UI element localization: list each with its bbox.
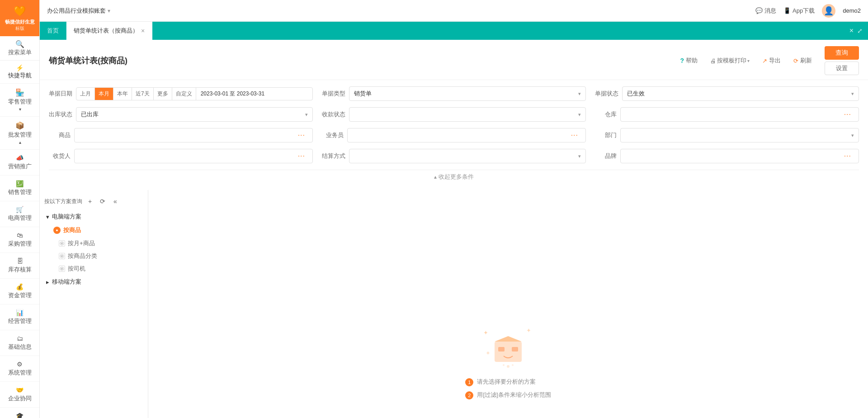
logo[interactable]: 🧡 畅捷信好生意 标版 [0, 0, 39, 36]
sidebar-quick-nav[interactable]: ⚡ 快捷导航 [0, 61, 39, 84]
doc-status-label: 单据状态 [595, 90, 622, 98]
subitem-label-2: 按商品分类 [68, 252, 97, 260]
collapse-bar[interactable]: ▴ 收起更多条件 [49, 170, 859, 184]
tab-home-label: 首页 [47, 27, 59, 35]
message-action[interactable]: 💬 消息 [755, 7, 776, 15]
panel-subitem-by-month-goods[interactable]: ㊙ 按月+商品 [44, 237, 143, 250]
date-range-value: 2023-03-01 至 2023-03-31 [196, 88, 312, 100]
panel-add-btn[interactable]: + [85, 196, 95, 206]
avatar-initial: 👤 [824, 6, 834, 16]
svg-text:✦: ✦ [486, 350, 491, 356]
date-tab-thisyear[interactable]: 本年 [113, 88, 132, 100]
settings-button[interactable]: 设置 [825, 62, 859, 75]
pc-section-header[interactable]: ▾ 电脑端方案 [44, 210, 143, 223]
sidebar-item-operations[interactable]: 📊 经营管理 [0, 304, 39, 330]
mobile-section-header[interactable]: ▸ 移动端方案 [44, 275, 143, 289]
export-icon: ↗ [762, 57, 767, 64]
svg-point-7 [507, 365, 509, 368]
filter-date: 单据日期 上月 本月 本年 近7天 更多 自定义 2023-03-01 至 20… [49, 87, 313, 100]
marketing-label: 营销推广 [8, 162, 32, 171]
tab-home[interactable]: 首页 [40, 22, 66, 40]
refresh-label: 刷新 [800, 57, 812, 65]
close-tab-action[interactable]: × [849, 27, 854, 35]
panel-subitem-by-sku[interactable]: ㊙ 按司机 [44, 262, 143, 275]
account-dropdown-arrow: ▾ [108, 8, 110, 14]
date-tab-lastmonth[interactable]: 上月 [76, 88, 95, 100]
empty-svg: ✦ ✦ ✦ [481, 323, 535, 369]
panel-refresh-btn[interactable]: ⟳ [98, 196, 108, 206]
sidebar-item-wholesale[interactable]: 📦 批发管理 ▴ [0, 117, 39, 150]
app-download-action[interactable]: 📱 App下载 [783, 7, 815, 15]
brand-dots[interactable]: ··· [841, 152, 854, 160]
sales-icon: 💹 [16, 180, 24, 187]
goods-control[interactable]: ··· [74, 128, 313, 142]
filter-doc-type: 单据类型 销货单 ▾ [322, 86, 586, 101]
date-tab-7days[interactable]: 近7天 [132, 88, 154, 100]
template-print-button[interactable]: 🖨 按模板打印 ▾ [707, 55, 753, 66]
sidebar-item-base[interactable]: 🗂 基础信息 [0, 330, 39, 356]
receiver-dots[interactable]: ··· [295, 152, 308, 160]
page-container: 销货单统计表(按商品) ? 帮助 🖨 按模板打印 ▾ ↗ 导出 [40, 40, 868, 418]
dept-control[interactable]: ▾ [620, 128, 859, 142]
salesman-dots[interactable]: ··· [568, 131, 581, 139]
payment-status-control[interactable]: ▾ [349, 107, 586, 122]
filter-goods: 商品 ··· [49, 128, 313, 142]
pc-section-arrow: ▾ [46, 214, 49, 220]
panel-subitem-by-goods-category[interactable]: ㊙ 按商品分类 [44, 250, 143, 262]
sidebar-item-newbie[interactable]: 🎓 新手引导 [0, 408, 39, 418]
sidebar-item-retail[interactable]: 🏪 零售管理 ▾ [0, 84, 39, 117]
date-tab-thismonth[interactable]: 本月 [95, 88, 113, 100]
sidebar-item-marketing[interactable]: 📣 营销推广 [0, 150, 39, 176]
maximize-tab-action[interactable]: ⤢ [857, 27, 863, 34]
user-avatar[interactable]: 👤 [822, 4, 835, 18]
logo-text: 畅捷信好生意 [3, 19, 37, 25]
operations-icon: 📊 [16, 309, 24, 316]
warehouse2-control[interactable]: ··· [620, 107, 859, 122]
date-tab-more[interactable]: 更多 [154, 88, 172, 100]
doc-type-value: 销货单 [354, 90, 372, 98]
wholesale-label: 批发管理 [8, 131, 32, 139]
sidebar-item-ecommerce[interactable]: 🛒 电商管理 [0, 201, 39, 227]
panel-collapse-btn[interactable]: « [110, 196, 120, 206]
doc-status-control[interactable]: 已生效 ▾ [622, 86, 859, 101]
export-button[interactable]: ↗ 导出 [759, 55, 784, 66]
svg-point-9 [503, 364, 505, 366]
sidebar-item-system[interactable]: ⚙ 系统管理 [0, 356, 39, 382]
account-dropdown[interactable]: 办公用品行业模拟账套 ▾ [47, 7, 110, 15]
salesman-control[interactable]: ··· [347, 128, 586, 142]
dept-arrow: ▾ [851, 133, 854, 138]
help-button[interactable]: ? 帮助 [676, 55, 701, 66]
tab-sales-stat[interactable]: 销货单统计表（按商品） × [66, 22, 152, 40]
enterprise-coop-label: 企业协同 [8, 394, 32, 403]
subitem-icon-1: ㊙ [59, 240, 65, 247]
svg-point-8 [512, 364, 514, 366]
panel-mobile-section: ▸ 移动端方案 [40, 275, 148, 289]
active-item-icon: ● [53, 227, 61, 234]
empty-state: ✦ ✦ ✦ 1 请先选 [148, 190, 868, 418]
sidebar-item-procurement[interactable]: 🛍 采购管理 [0, 227, 39, 253]
receiver-control[interactable]: ··· [74, 149, 313, 163]
enterprise-coop-icon: 🤝 [16, 386, 24, 394]
query-button[interactable]: 查询 [825, 46, 859, 60]
warehouse-status-control[interactable]: 已出库 ▾ [76, 107, 313, 122]
warehouse2-dots[interactable]: ··· [841, 110, 854, 119]
system-label: 系统管理 [8, 369, 32, 377]
subitem-icon-3: ㊙ [59, 266, 65, 272]
doc-type-control[interactable]: 销货单 ▾ [349, 86, 586, 101]
brand-control[interactable]: ··· [620, 149, 859, 163]
settlement-control[interactable]: ▾ [349, 149, 586, 163]
sidebar-item-sales[interactable]: 💹 销售管理 [0, 176, 39, 201]
goods-dots[interactable]: ··· [295, 131, 308, 139]
base-label: 基础信息 [8, 343, 32, 351]
warehouse-status-value: 已出库 [81, 110, 99, 119]
panel-item-by-goods[interactable]: ● 按商品 [44, 223, 143, 237]
sidebar-item-enterprise-coop[interactable]: 🤝 企业协同 [0, 382, 39, 408]
subitem-icon-2: ㊙ [59, 253, 65, 259]
sidebar-item-inventory[interactable]: 🗄 库存核算 [0, 253, 39, 279]
tab-close-button[interactable]: × [141, 27, 145, 34]
search-menu[interactable]: 🔍 搜索菜单 [0, 36, 39, 61]
date-tab-custom[interactable]: 自定义 [172, 88, 196, 100]
refresh-button[interactable]: ⟳ 刷新 [790, 55, 816, 66]
sidebar-item-finance[interactable]: 💰 资金管理 [0, 279, 39, 304]
topbar: 办公用品行业模拟账套 ▾ 💬 消息 📱 App下载 👤 demo2 [40, 0, 868, 22]
